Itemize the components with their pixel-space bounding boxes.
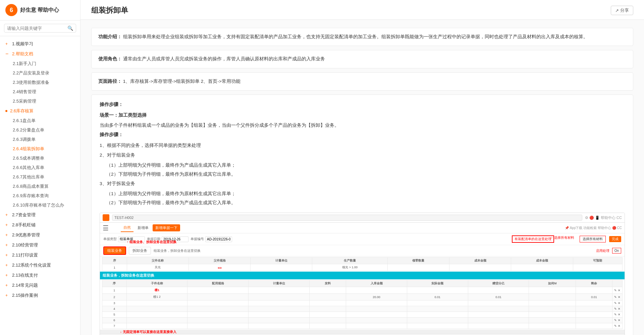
sidebar-item-2.6.4[interactable]: 2.6.4组装拆卸单: [0, 144, 80, 154]
sidebar-item-2.15[interactable]: + 2.15操作案例: [0, 290, 80, 300]
enable-on-text: On: [614, 249, 619, 253]
mock-bottom-bar: 合计 89.08 8.06 0.00 0.00 0.00: [100, 334, 625, 335]
sidebar-item-2.6.8[interactable]: 2.6.8商品成本重算: [0, 182, 80, 191]
sidebar-item-label: 2.10经营管理: [12, 242, 38, 248]
role-block: 使用角色： 通常由生产人员或库管人员完成拆装业务的操作，库管人员确认原材料的出库…: [91, 50, 633, 68]
mock-section-header: 组装业务，拆卸业务在这里切换: [100, 272, 625, 279]
main-header: 组装拆卸单 ↗ 分享: [80, 0, 644, 20]
sidebar-item-helpdoc[interactable]: − 2.帮助文档: [0, 49, 80, 59]
page-title: 组装拆卸单: [91, 5, 128, 15]
col-unit: 计量单位: [251, 258, 312, 264]
sidebar-item-2.6.5[interactable]: 2.6.5成本调整单: [0, 154, 80, 163]
mock-tab-new[interactable]: 新增单: [135, 224, 151, 232]
sidebar-item-prepare[interactable]: 2.3使用前数据准备: [0, 78, 80, 87]
sidebar-item-2.6.6[interactable]: 2.6.6其他入库单: [0, 163, 80, 172]
sidebar-item-2.10[interactable]: + 2.10经营管理: [0, 240, 80, 250]
mock-tab-self[interactable]: 自然: [121, 224, 133, 232]
sidebar-item-label: 2.13在线支付: [12, 272, 38, 278]
mock-app-bar: TEST-H002 ⚙ 🔴 📱 帮助中心 CC: [100, 213, 625, 223]
sidebar-item-2.7[interactable]: + 2.7资金管理: [0, 210, 80, 220]
sidebar-item-2.6.2[interactable]: 2.6.2分量盘点单: [0, 125, 80, 135]
sidebar-item-2.6.1[interactable]: 2.6.1盘点单: [0, 116, 80, 125]
annotation-enable: 启用处理: [596, 248, 609, 253]
scene1-desc: 当由多个子件材料组装成一个成品的业务为【组装】业务，当由一个父件拆分成多个子产品…: [100, 121, 625, 130]
sidebar-item-2.13[interactable]: + 2.13在线支付: [0, 270, 80, 280]
intro-label: 功能介绍：: [98, 34, 122, 39]
table-row: 1 关光 领光 > 1.00: [102, 264, 623, 271]
sidebar-item-label: 2.15操作案例: [12, 292, 38, 298]
annotation-fixed-bom: 有装配清单的在这里处理: [512, 235, 554, 243]
mock-nav-bar: ☰ 自然 新增单 新增单据一下 📌 App下载 功能检索 帮助中心 🔴 CC: [100, 223, 625, 233]
search-input[interactable]: [7, 26, 67, 31]
sidebar-item-inventory[interactable]: 2.6库存核算: [0, 106, 80, 116]
mock-select-all-btn[interactable]: 选择所有材料: [580, 236, 606, 242]
mock-type-label: 单据类型: [103, 237, 117, 241]
sidebar-item-2.6.10[interactable]: 2.6.10库存账本错了怎么办: [0, 201, 80, 210]
mock-upper-table: 序 父件名称 父件规格 计量单位 生产数量 领零数量 成本金额 成本金额 可预期: [102, 257, 623, 271]
plus-icon: +: [5, 243, 10, 247]
plus-icon: +: [5, 293, 10, 298]
mock-add-button[interactable]: 新增单据一下: [153, 224, 180, 231]
mock-upper-table-area: 序 父件名称 父件规格 计量单位 生产数量 领零数量 成本金额 成本金额 可预期: [100, 257, 625, 272]
intro-text: 功能介绍： 组装拆卸单用来处理企业组装或拆卸等加工业务，支持有固定装配清单的产品…: [98, 33, 626, 41]
logo-icon: 6: [5, 4, 17, 16]
table-row: 4✎ ✕: [102, 306, 623, 312]
circle-icon: [5, 110, 7, 112]
sidebar-item-2.6.3[interactable]: 2.6.3调拨单: [0, 135, 80, 144]
table-row: 2 楼1 2 20.00 0.01 0.01 0.01: [102, 294, 623, 300]
plus-icon: +: [5, 273, 10, 278]
search-box: 🔍: [4, 24, 76, 33]
sidebar-item-label: 2.12系统个性化设置: [12, 262, 51, 268]
intro-block: 功能介绍： 组装拆卸单用来处理企业组装或拆卸等加工业务，支持有固定装配清单的产品…: [91, 28, 633, 46]
mock-confirm-btn[interactable]: 完成: [609, 236, 621, 242]
share-icon: ↗: [615, 8, 619, 13]
nav-tree: + 1.视频学习 − 2.帮助文档 2.1新手入门 2.2产品安装及登录 2.3…: [0, 36, 80, 335]
role-text: 使用角色： 通常由生产人员或库管人员完成拆装业务的操作，库管人员确认原材料的出库…: [98, 55, 626, 63]
sidebar-item-label: 1.视频学习: [12, 41, 33, 47]
sidebar-item-2.6.7[interactable]: 2.6.7其他出库单: [0, 172, 80, 182]
col-seq: 序: [102, 258, 127, 264]
mock-app-logo: [103, 214, 109, 221]
mock-assemble-btn[interactable]: 组装业务: [103, 246, 126, 255]
plus-icon: +: [5, 283, 10, 288]
main-area: 组装拆卸单 ↗ 分享 功能介绍： 组装拆卸单用来处理企业组装或拆卸等加工业务，支…: [80, 0, 644, 335]
mock-disassemble-btn[interactable]: 拆卸业务: [129, 247, 151, 255]
search-area: 🔍: [0, 20, 80, 36]
sidebar-item-2.11[interactable]: + 2.11打印设置: [0, 250, 80, 260]
step3-sub2: （2）下部明细为子件明细，最终作为产成品生成其它入库单。: [106, 199, 625, 207]
sidebar-item-install[interactable]: 2.2产品安装及登录: [0, 68, 80, 78]
sidebar-item-label: 2.6库存核算: [10, 108, 34, 114]
sidebar-item-2.6.9[interactable]: 2.6.9库存账本查询: [0, 191, 80, 201]
plus-icon: +: [5, 253, 10, 258]
path-text: 页面路径： 1、库存核算->库存管理->组装拆卸单 2、首页->常用功能: [98, 77, 626, 86]
sidebar-item-purchase[interactable]: 2.5采购管理: [0, 97, 80, 106]
scene1-title: 场景一：加工类型选择: [100, 112, 625, 118]
col-cost-amt2: 成本金额: [511, 258, 573, 264]
sidebar-item-2.8[interactable]: + 2.8手机旺铺: [0, 220, 80, 230]
search-icon[interactable]: 🔍: [67, 25, 73, 31]
logo-area: 6 好生意 帮助中心: [0, 0, 80, 20]
table-row: 5✎ ✕: [102, 312, 623, 318]
step1: 1、根据不同的业务，选择不同单据的类型来处理: [100, 141, 625, 150]
logo-text: 好生意 帮助中心: [20, 7, 59, 14]
mock-form-area: 单据类型 单据日期 单据编号: [100, 233, 625, 245]
col-parent-spec: 父件规格: [189, 258, 250, 264]
mock-num-input[interactable]: [205, 236, 232, 242]
sidebar-item-2.14[interactable]: + 2.14常见问题: [0, 280, 80, 290]
screenshot-area: TEST-H002 ⚙ 🔴 📱 帮助中心 CC ☰ 自然 新增单 新增单据一下: [100, 213, 625, 335]
annotation-arrow1: → 选择所有材料: [550, 235, 574, 240]
mock-lower-table: 序 子件名称 配用规格 计量单位 发料 入库金额 实际金额 赠贷分亿 如何M: [102, 280, 623, 329]
path-body: 1、库存核算->库存管理->组装拆卸单 2、首页->常用功能: [123, 79, 240, 84]
sidebar-item-newbie[interactable]: 2.1新手入门: [0, 59, 80, 68]
plus-icon: +: [5, 213, 10, 217]
sidebar-item-videos[interactable]: + 1.视频学习: [0, 39, 80, 49]
sidebar-item-label: 2.14常见问题: [12, 282, 38, 288]
path-block: 页面路径： 1、库存核算->库存管理->组装拆卸单 2、首页->常用功能: [91, 72, 633, 91]
sidebar-item-2.9[interactable]: + 2.9优惠券管理: [0, 230, 80, 240]
share-button[interactable]: ↗ 分享: [611, 6, 633, 15]
sidebar-item-2.12[interactable]: + 2.12系统个性化设置: [0, 260, 80, 270]
annotation-switch: ↑ 组装业务、拆卸业务在这里切换: [127, 240, 176, 244]
plus-icon: +: [5, 263, 10, 268]
col-expected: 可预期: [573, 258, 622, 264]
sidebar-item-sales[interactable]: 2.4销售管理: [0, 87, 80, 97]
